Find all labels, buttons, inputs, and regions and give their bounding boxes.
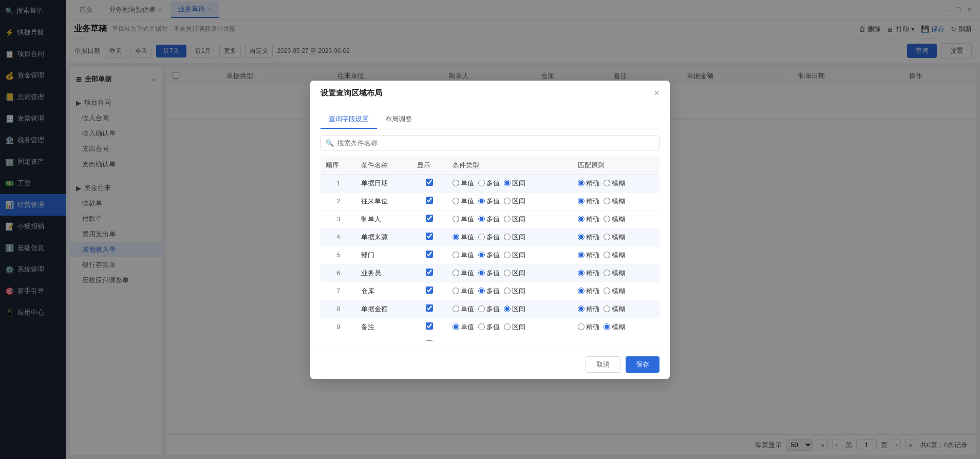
type-single-radio[interactable]: 单值 <box>453 179 474 188</box>
row-show[interactable] <box>412 336 447 341</box>
type-range-radio[interactable]: 区间 <box>504 322 525 332</box>
modal-col-order: 顺序 <box>321 157 356 175</box>
show-checkbox[interactable] <box>426 251 433 258</box>
match-exact-radio[interactable]: 精确 <box>578 179 599 188</box>
row-show[interactable] <box>412 228 447 246</box>
show-checkbox[interactable] <box>426 179 433 186</box>
type-single-radio[interactable]: 单值 <box>453 286 474 296</box>
type-range-radio[interactable]: 区间 <box>504 179 525 188</box>
row-match: 精确 模糊 <box>573 174 659 192</box>
type-multi-radio[interactable]: 多值 <box>478 215 500 224</box>
show-checkbox[interactable] <box>426 233 433 240</box>
row-show[interactable] <box>412 174 447 192</box>
match-exact-radio[interactable]: 精确 <box>578 304 599 314</box>
row-show[interactable] <box>412 300 447 318</box>
row-name: 单据日期 <box>356 174 411 192</box>
match-fuzzy-radio[interactable]: 模糊 <box>604 269 625 278</box>
type-multi-radio[interactable]: 多值 <box>478 340 500 341</box>
cancel-button[interactable]: 取消 <box>586 356 620 373</box>
modal-title: 设置查询区域布局 <box>321 88 382 98</box>
show-checkbox[interactable] <box>426 304 433 312</box>
type-multi-radio[interactable]: 多值 <box>478 197 500 206</box>
match-exact-radio[interactable]: 精确 <box>578 340 599 341</box>
show-checkbox[interactable] <box>426 215 433 222</box>
type-range-radio[interactable]: 区间 <box>504 197 525 206</box>
match-exact-radio[interactable]: 精确 <box>578 215 599 224</box>
match-fuzzy-radio[interactable]: 模糊 <box>604 340 625 341</box>
type-multi-radio[interactable]: 多值 <box>478 286 500 296</box>
row-show[interactable] <box>412 264 447 282</box>
modal-col-name: 条件名称 <box>356 157 411 175</box>
type-multi-radio[interactable]: 多值 <box>478 304 500 314</box>
match-fuzzy-radio[interactable]: 模糊 <box>604 197 625 206</box>
modal-tabs: 查询字段设置 布局调整 <box>321 106 659 129</box>
type-range-radio[interactable]: 区间 <box>504 269 525 278</box>
type-single-radio[interactable]: 单值 <box>453 251 474 260</box>
type-multi-radio[interactable]: 多值 <box>478 322 500 332</box>
match-fuzzy-radio[interactable]: 模糊 <box>604 286 625 296</box>
match-exact-radio[interactable]: 精确 <box>578 322 599 332</box>
match-exact-radio[interactable]: 精确 <box>578 286 599 296</box>
tab-query-field-settings[interactable]: 查询字段设置 <box>321 110 377 129</box>
modal-table: 顺序 条件名称 显示 条件类型 匹配原则 1 单据日期 单值 多 <box>321 157 659 341</box>
row-show[interactable] <box>412 246 447 264</box>
type-range-radio[interactable]: 区间 <box>504 304 525 314</box>
show-checkbox[interactable] <box>426 340 433 341</box>
type-range-radio[interactable]: 区间 <box>504 286 525 296</box>
type-range-radio[interactable]: 区间 <box>504 233 525 242</box>
match-fuzzy-radio[interactable]: 模糊 <box>604 179 625 188</box>
match-exact-radio[interactable]: 精确 <box>578 233 599 242</box>
modal-table-row: 8 单据金额 单值 多值 区间 精确 模糊 <box>321 300 659 318</box>
type-multi-radio[interactable]: 多值 <box>478 269 500 278</box>
match-fuzzy-radio[interactable]: 模糊 <box>604 251 625 260</box>
modal-body: 查询字段设置 布局调整 🔍 顺序 条件名称 显示 条件类型 匹配原则 <box>310 106 670 350</box>
row-match: 精确 模糊 <box>573 336 659 341</box>
match-fuzzy-radio[interactable]: 模糊 <box>604 215 625 224</box>
type-single-radio[interactable]: 单值 <box>453 233 474 242</box>
row-order: 6 <box>321 264 356 282</box>
row-show[interactable] <box>412 318 447 336</box>
match-exact-radio[interactable]: 精确 <box>578 269 599 278</box>
type-multi-radio[interactable]: 多值 <box>478 233 500 242</box>
row-order: 4 <box>321 228 356 246</box>
type-range-radio[interactable]: 区间 <box>504 340 525 341</box>
match-fuzzy-radio[interactable]: 模糊 <box>604 304 625 314</box>
row-order: 7 <box>321 282 356 300</box>
row-show[interactable] <box>412 210 447 228</box>
type-single-radio[interactable]: 单值 <box>453 197 474 206</box>
type-single-radio[interactable]: 单值 <box>453 269 474 278</box>
row-type: 单值 多值 区间 <box>447 228 573 246</box>
type-single-radio[interactable]: 单值 <box>453 340 474 341</box>
type-multi-radio[interactable]: 多值 <box>478 251 500 260</box>
row-match: 精确 模糊 <box>573 192 659 210</box>
type-multi-radio[interactable]: 多值 <box>478 179 500 188</box>
row-type: 单值 多值 区间 <box>447 210 573 228</box>
type-single-radio[interactable]: 单值 <box>453 215 474 224</box>
type-single-radio[interactable]: 单值 <box>453 322 474 332</box>
show-checkbox[interactable] <box>426 322 433 330</box>
match-exact-radio[interactable]: 精确 <box>578 197 599 206</box>
row-order: 10 <box>321 336 356 341</box>
match-fuzzy-radio[interactable]: 模糊 <box>604 233 625 242</box>
row-match: 精确 模糊 <box>573 246 659 264</box>
modal-overlay: 设置查询区域布局 × 查询字段设置 布局调整 🔍 顺序 条件名称 显示 <box>0 0 980 459</box>
tab-layout-adjustment[interactable]: 布局调整 <box>377 110 420 129</box>
row-order: 3 <box>321 210 356 228</box>
show-checkbox[interactable] <box>426 197 433 204</box>
modal-close-button[interactable]: × <box>654 88 659 99</box>
show-checkbox[interactable] <box>426 269 433 276</box>
modal-search-input[interactable] <box>321 136 659 150</box>
save-settings-button[interactable]: 保存 <box>626 356 659 373</box>
row-show[interactable] <box>412 192 447 210</box>
settings-modal: 设置查询区域布局 × 查询字段设置 布局调整 🔍 顺序 条件名称 显示 <box>310 81 670 379</box>
row-match: 精确 模糊 <box>573 282 659 300</box>
match-exact-radio[interactable]: 精确 <box>578 251 599 260</box>
match-fuzzy-radio[interactable]: 模糊 <box>604 322 625 332</box>
show-checkbox[interactable] <box>426 286 433 294</box>
type-range-radio[interactable]: 区间 <box>504 251 525 260</box>
type-range-radio[interactable]: 区间 <box>504 215 525 224</box>
type-single-radio[interactable]: 单值 <box>453 304 474 314</box>
row-show[interactable] <box>412 282 447 300</box>
modal-table-row: 2 往来单位 单值 多值 区间 精确 模糊 <box>321 192 659 210</box>
modal-col-type: 条件类型 <box>447 157 573 175</box>
